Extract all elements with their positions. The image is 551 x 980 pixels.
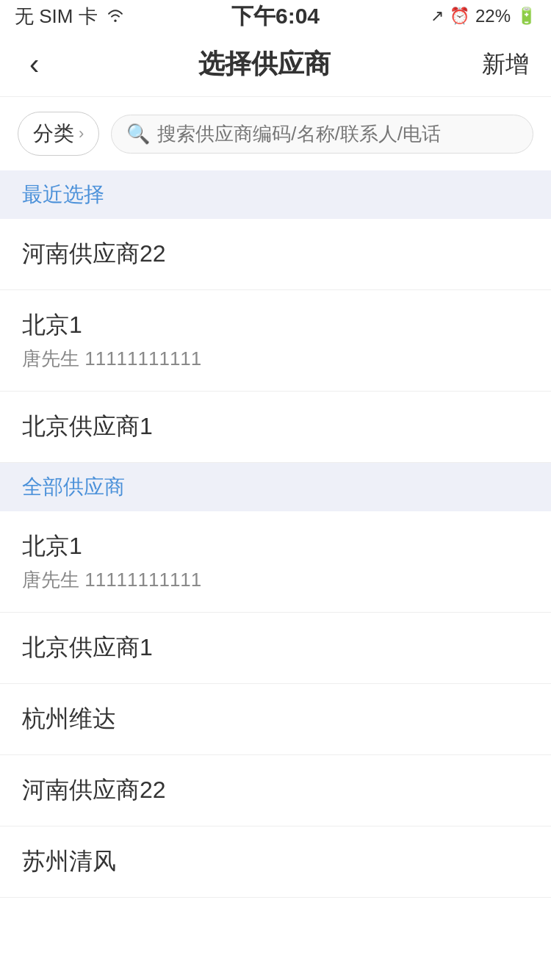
all-section-header: 全部供应商 bbox=[0, 463, 551, 511]
list-item[interactable]: 河南供应商22 bbox=[0, 755, 551, 826]
item-name: 北京供应商1 bbox=[22, 632, 529, 664]
item-name: 北京1 bbox=[22, 530, 529, 563]
list-item[interactable]: 北京供应商1 bbox=[0, 613, 551, 684]
status-right: ↗ ⏰ 22% 🔋 bbox=[431, 6, 536, 26]
status-time: 下午6:04 bbox=[231, 1, 320, 32]
item-name: 苏州清风 bbox=[22, 846, 529, 878]
search-icon: 🔍 bbox=[126, 123, 150, 145]
page-title: 选择供应商 bbox=[198, 46, 331, 82]
list-item[interactable]: 杭州维达 bbox=[0, 684, 551, 755]
list-item[interactable]: 河南供应商22 bbox=[0, 219, 551, 290]
back-button[interactable]: ‹ bbox=[22, 40, 46, 88]
list-item[interactable]: 北京供应商1 bbox=[0, 392, 551, 463]
item-name: 杭州维达 bbox=[22, 703, 529, 735]
search-input-wrapper: 🔍 bbox=[111, 115, 533, 154]
all-section-label: 全部供应商 bbox=[22, 475, 125, 498]
recent-items-list: 河南供应商22北京1唐先生 11111111111北京供应商1 bbox=[0, 219, 551, 463]
no-sim-text: 无 SIM 卡 bbox=[15, 4, 98, 29]
alarm-icon: ⏰ bbox=[450, 7, 469, 26]
search-bar: 分类 › 🔍 bbox=[0, 97, 551, 170]
wifi-icon bbox=[105, 5, 126, 28]
all-items-list: 北京1唐先生 11111111111北京供应商1杭州维达河南供应商22苏州清风 bbox=[0, 511, 551, 898]
battery-icon: 🔋 bbox=[516, 7, 536, 26]
chevron-right-icon: › bbox=[79, 124, 84, 143]
list-item[interactable]: 苏州清风 bbox=[0, 826, 551, 898]
item-name: 河南供应商22 bbox=[22, 774, 529, 807]
nav-bar: ‹ 选择供应商 新增 bbox=[0, 32, 551, 97]
category-button[interactable]: 分类 › bbox=[18, 112, 99, 156]
status-bar: 无 SIM 卡 下午6:04 ↗ ⏰ 22% 🔋 bbox=[0, 0, 551, 32]
category-label: 分类 bbox=[33, 120, 74, 148]
item-name: 北京供应商1 bbox=[22, 411, 529, 443]
search-input[interactable] bbox=[157, 123, 518, 145]
list-item[interactable]: 北京1唐先生 11111111111 bbox=[0, 511, 551, 613]
status-left: 无 SIM 卡 bbox=[15, 4, 126, 29]
item-sub: 唐先生 11111111111 bbox=[22, 346, 529, 372]
item-name: 北京1 bbox=[22, 309, 529, 342]
location-icon: ↗ bbox=[431, 7, 444, 26]
recent-section-header: 最近选择 bbox=[0, 170, 551, 219]
item-sub: 唐先生 11111111111 bbox=[22, 567, 529, 593]
battery-text: 22% bbox=[475, 6, 511, 26]
recent-section-label: 最近选择 bbox=[22, 183, 104, 206]
item-name: 河南供应商22 bbox=[22, 238, 529, 270]
list-item[interactable]: 北京1唐先生 11111111111 bbox=[0, 290, 551, 392]
new-action-button[interactable]: 新增 bbox=[482, 48, 529, 81]
